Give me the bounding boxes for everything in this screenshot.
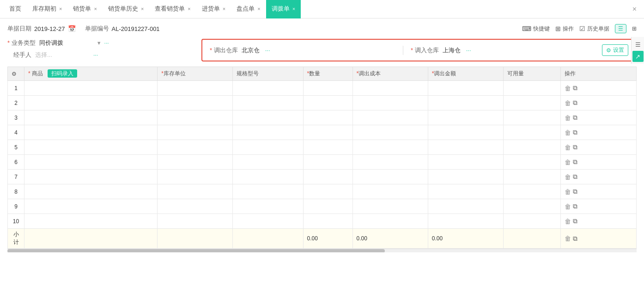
tab-sales-order[interactable]: 销货单 ×	[67, 0, 102, 18]
tab-view-sales[interactable]: 查看销货单 ×	[149, 0, 196, 18]
copy-icon[interactable]: ⧉	[573, 235, 577, 243]
delete-icon[interactable]: 🗑	[565, 129, 571, 136]
cell-spec[interactable]	[233, 125, 303, 140]
delete-icon[interactable]: 🗑	[565, 144, 571, 151]
delete-icon[interactable]: 🗑	[565, 99, 571, 107]
cell-goods[interactable]	[24, 125, 158, 140]
cell-cost[interactable]	[352, 81, 428, 96]
copy-icon[interactable]: ⧉	[573, 84, 577, 92]
tab-purchase[interactable]: 进货单 ×	[196, 0, 231, 18]
copy-icon[interactable]: ⧉	[573, 143, 577, 151]
cell-amount[interactable]	[428, 199, 503, 214]
scroll-area[interactable]	[7, 249, 637, 252]
delete-icon[interactable]: 🗑	[565, 188, 571, 195]
scroll-thumb[interactable]	[7, 249, 385, 252]
cell-unit[interactable]	[158, 155, 233, 170]
cell-amount[interactable]	[428, 96, 503, 110]
business-type-select[interactable]: 同价调拨 ▼	[39, 39, 102, 47]
cell-cost[interactable]	[352, 184, 428, 199]
calendar-icon[interactable]: 📅	[68, 25, 76, 32]
cell-qty[interactable]: 0.00	[303, 229, 352, 249]
cell-qty[interactable]	[303, 214, 352, 229]
cell-qty[interactable]	[303, 155, 352, 170]
copy-icon[interactable]: ⧉	[573, 158, 577, 166]
dropdown-arrow-icon[interactable]: ▼	[97, 40, 102, 46]
cell-spec[interactable]	[233, 155, 303, 170]
cell-spec[interactable]	[233, 229, 303, 249]
close-icon[interactable]: ×	[257, 6, 260, 12]
cell-spec[interactable]	[233, 96, 303, 110]
copy-icon[interactable]: ⧉	[573, 128, 577, 136]
cell-unit[interactable]	[158, 229, 233, 249]
cell-cost[interactable]	[352, 125, 428, 140]
cell-unit[interactable]	[158, 199, 233, 214]
cell-qty[interactable]	[303, 81, 352, 96]
close-icon[interactable]: ×	[141, 6, 144, 12]
cell-amount[interactable]	[428, 155, 503, 170]
cell-spec[interactable]	[233, 81, 303, 96]
close-icon[interactable]: ×	[94, 6, 97, 12]
operation-btn[interactable]: ⊞ 操作	[555, 25, 574, 33]
close-icon[interactable]: ×	[188, 6, 190, 12]
delete-icon[interactable]: 🗑	[565, 85, 571, 92]
delete-icon[interactable]: 🗑	[565, 218, 571, 225]
cell-unit[interactable]	[158, 214, 233, 229]
cell-cost[interactable]	[352, 199, 428, 214]
cell-goods[interactable]	[24, 199, 158, 214]
cell-amount[interactable]	[428, 184, 503, 199]
cell-spec[interactable]	[233, 214, 303, 229]
cell-amount[interactable]	[428, 140, 503, 155]
delete-icon[interactable]: 🗑	[565, 203, 571, 210]
cell-spec[interactable]	[233, 110, 303, 125]
cell-unit[interactable]	[158, 81, 233, 96]
tab-transfer[interactable]: 调拨单 ×	[266, 0, 301, 18]
cell-qty[interactable]	[303, 184, 352, 199]
cell-goods[interactable]	[24, 184, 158, 199]
close-icon[interactable]: ×	[59, 6, 62, 12]
cell-amount[interactable]	[428, 170, 503, 184]
more-icon[interactable]: ···	[104, 40, 109, 46]
cell-goods[interactable]	[24, 155, 158, 170]
delete-icon[interactable]: 🗑	[565, 235, 571, 242]
copy-icon[interactable]: ⧉	[573, 217, 577, 225]
cell-cost[interactable]	[352, 110, 428, 125]
history-btn[interactable]: ☑ 历史单据	[579, 25, 609, 33]
cell-goods[interactable]	[24, 229, 158, 249]
delete-icon[interactable]: 🗑	[565, 114, 571, 122]
settings-button[interactable]: ⚙ 设置	[602, 44, 628, 56]
cell-cost[interactable]: 0.00	[352, 229, 428, 249]
handler-more-icon[interactable]: ···	[93, 52, 98, 58]
cell-unit[interactable]	[158, 96, 233, 110]
cell-goods[interactable]	[24, 81, 158, 96]
cell-amount[interactable]: 0.00	[428, 229, 503, 249]
cell-goods[interactable]	[24, 110, 158, 125]
global-close-button[interactable]: ×	[629, 5, 640, 13]
cell-amount[interactable]	[428, 81, 503, 96]
close-icon[interactable]: ×	[223, 6, 225, 12]
cell-qty[interactable]	[303, 110, 352, 125]
cell-spec[interactable]	[233, 199, 303, 214]
cell-unit[interactable]	[158, 140, 233, 155]
copy-icon[interactable]: ⧉	[573, 173, 577, 181]
in-warehouse-more-icon[interactable]: ···	[466, 47, 471, 54]
tab-sales-history[interactable]: 销货单历史 ×	[103, 0, 149, 18]
cell-qty[interactable]	[303, 96, 352, 110]
out-warehouse-more-icon[interactable]: ···	[265, 47, 270, 54]
cell-goods[interactable]	[24, 96, 158, 110]
copy-icon[interactable]: ⧉	[573, 114, 577, 122]
cell-unit[interactable]	[158, 125, 233, 140]
cell-unit[interactable]	[158, 184, 233, 199]
cell-unit[interactable]	[158, 110, 233, 125]
cell-cost[interactable]	[352, 214, 428, 229]
copy-icon[interactable]: ⧉	[573, 99, 577, 107]
th-gear[interactable]: ⚙	[8, 67, 24, 81]
cell-unit[interactable]	[158, 170, 233, 184]
copy-icon[interactable]: ⧉	[573, 202, 577, 210]
cell-cost[interactable]	[352, 170, 428, 184]
cell-amount[interactable]	[428, 125, 503, 140]
cell-amount[interactable]	[428, 110, 503, 125]
layout2-btn[interactable]: ⊞	[632, 25, 637, 32]
cell-qty[interactable]	[303, 170, 352, 184]
cell-qty[interactable]	[303, 140, 352, 155]
cell-qty[interactable]	[303, 199, 352, 214]
